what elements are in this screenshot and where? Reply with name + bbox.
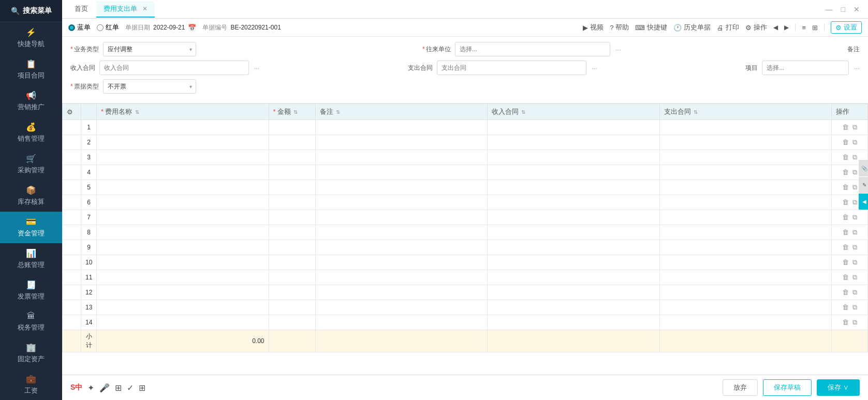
window-close[interactable]: ✕ [850,4,863,14]
row-9-expense-contract[interactable] [659,240,832,255]
sidebar-item-salary[interactable]: 💼 工资 [0,369,62,400]
sort-icon-expense-name[interactable]: ⇅ [135,109,139,115]
row-3-income-contract[interactable] [488,150,660,165]
row-4-delete[interactable]: 🗑 [841,167,850,177]
save-button[interactable]: 保存 ∨ [817,379,860,396]
row-4-expense-contract[interactable] [659,165,832,180]
row-1-expense-contract[interactable] [659,120,832,135]
sidebar-item-tax[interactable]: 🏛 税务管理 [0,306,62,337]
sort-icon-income-contract[interactable]: ⇅ [521,109,525,115]
row-8-remark[interactable] [315,225,488,240]
settings-button[interactable]: ⚙ 设置 [831,21,862,34]
row-11-remark[interactable] [315,270,488,285]
row-11-copy[interactable]: ⧉ [851,272,858,283]
row-14-copy[interactable]: ⧉ [851,317,858,328]
income-contract-input[interactable] [99,61,249,75]
row-14-income-contract[interactable] [488,315,660,330]
sidebar-item-fund[interactable]: 💳 资金管理 [0,212,62,243]
row-12-expense-contract[interactable] [659,285,832,300]
row-12-copy[interactable]: ⧉ [851,287,858,298]
col-expense-name-header[interactable]: * 费用名称 ⇅ [97,104,269,120]
row-10-copy[interactable]: ⧉ [851,257,858,268]
row-5-expense-contract[interactable] [659,180,832,195]
expense-contract-dots[interactable]: ··· [592,64,597,72]
row-9-income-contract[interactable] [488,240,660,255]
row-2-expense-name[interactable] [97,135,269,150]
row-14-remark[interactable] [315,315,488,330]
row-5-copy[interactable]: ⧉ [851,182,858,192]
sort-icon-amount[interactable]: ⇅ [293,109,298,115]
spark-icon[interactable]: ✦ [87,383,94,393]
row-3-amount[interactable] [269,150,315,165]
tab-home[interactable]: 首页 [67,1,95,18]
row-10-amount[interactable] [269,255,315,270]
row-4-expense-name[interactable] [97,165,269,180]
income-contract-dots[interactable]: ··· [254,64,260,72]
row-3-delete[interactable]: 🗑 [841,152,850,162]
row-8-expense-name[interactable] [97,225,269,240]
row-9-copy[interactable]: ⧉ [851,242,858,253]
row-11-amount[interactable] [269,270,315,285]
sort-icon-expense-contract[interactable]: ⇅ [694,109,698,115]
sidebar-item-sales[interactable]: 💰 销售管理 [0,117,62,149]
row-12-expense-name[interactable] [97,285,269,300]
row-12-remark[interactable] [315,285,488,300]
row-12-delete[interactable]: 🗑 [841,287,850,297]
row-7-expense-name[interactable] [97,210,269,225]
radio-red[interactable]: 红单 [97,23,119,32]
help-action[interactable]: ? 帮助 [610,23,629,32]
row-6-delete[interactable]: 🗑 [841,197,850,207]
business-type-select-wrapper[interactable]: 应付调整 [103,42,196,56]
sidebar-item-inventory[interactable]: 📦 库存核算 [0,180,62,212]
right-attach-btn[interactable]: 📎 [859,160,868,176]
save-draft-button[interactable]: 保存草稿 [763,379,812,396]
row-2-income-contract[interactable] [488,135,660,150]
row-12-amount[interactable] [269,285,315,300]
row-5-remark[interactable] [315,180,488,195]
row-7-income-contract[interactable] [488,210,660,225]
expense-contract-input[interactable] [437,61,586,75]
row-10-income-contract[interactable] [488,255,660,270]
row-13-remark[interactable] [315,300,488,315]
window-maximize[interactable]: □ [838,4,848,14]
row-14-delete[interactable]: 🗑 [841,317,850,327]
window-minimize[interactable]: — [822,4,836,14]
row-3-expense-name[interactable] [97,150,269,165]
row-7-delete[interactable]: 🗑 [841,212,850,222]
sidebar-item-marketing[interactable]: 📢 营销推广 [0,85,62,117]
row-5-income-contract[interactable] [488,180,660,195]
row-13-delete[interactable]: 🗑 [841,302,850,312]
nav-prev-btn[interactable]: ◀ [773,24,778,31]
row-4-copy[interactable]: ⧉ [851,167,858,177]
row-14-expense-name[interactable] [97,315,269,330]
row-8-income-contract[interactable] [488,225,660,240]
row-7-expense-contract[interactable] [659,210,832,225]
operation-action[interactable]: ⚙ 操作 [745,23,767,32]
row-10-remark[interactable] [315,255,488,270]
row-3-expense-contract[interactable] [659,150,832,165]
row-1-delete[interactable]: 🗑 [841,122,850,132]
row-4-remark[interactable] [315,165,488,180]
row-1-remark[interactable] [315,120,488,135]
project-dots[interactable]: ··· [854,64,860,72]
row-13-expense-name[interactable] [97,300,269,315]
settings-col-icon[interactable]: ⚙ [67,108,73,116]
row-13-amount[interactable] [269,300,315,315]
invoice-type-select-wrapper[interactable]: 不开票 [103,79,196,94]
sort-icon-remark[interactable]: ⇅ [336,109,340,115]
sidebar-item-project-contract[interactable]: 📋 项目合同 [0,54,62,85]
row-1-expense-name[interactable] [97,120,269,135]
row-8-delete[interactable]: 🗑 [841,227,850,237]
sidebar-item-quick-nav[interactable]: ⚡ 快捷导航 [0,22,62,54]
row-9-remark[interactable] [315,240,488,255]
row-6-expense-contract[interactable] [659,195,832,210]
col-income-contract-header[interactable]: 收入合同 ⇅ [488,104,660,120]
sidebar-item-accounting[interactable]: 📊 总账管理 [0,243,62,275]
row-3-remark[interactable] [315,150,488,165]
row-6-income-contract[interactable] [488,195,660,210]
row-11-income-contract[interactable] [488,270,660,285]
col-remark-header[interactable]: 备注 ⇅ [315,104,488,120]
print-action[interactable]: 🖨 打印 [717,23,739,32]
row-1-amount[interactable] [269,120,315,135]
row-10-expense-contract[interactable] [659,255,832,270]
